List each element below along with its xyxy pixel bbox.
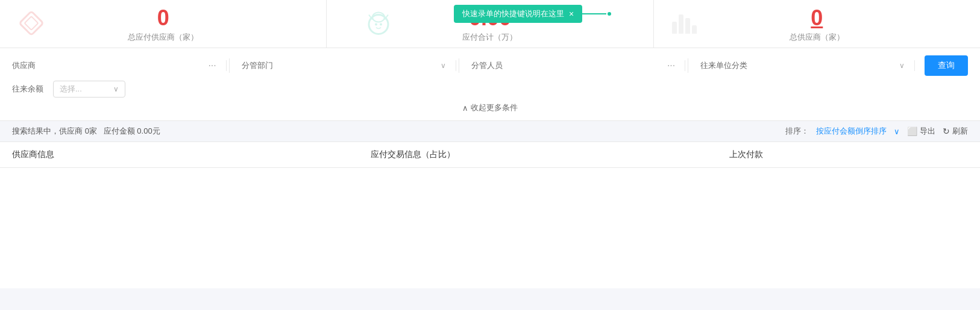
cat-icon: [363, 7, 394, 39]
supplier-filter-input[interactable]: [40, 61, 206, 70]
collapse-row: ∧ 收起更多条件: [12, 100, 968, 116]
col-header-last-payment: 上次付款: [729, 149, 969, 160]
export-label: 导出: [920, 126, 935, 137]
result-bar-right: 排序： 按应付会额倒序排序 ∨ ⬜ 导出 ↻ 刷新: [785, 126, 968, 137]
total-suppliers-number: 0: [811, 5, 823, 31]
svg-rect-1: [25, 16, 39, 30]
filter-supplier: 供应商 ···: [12, 60, 227, 71]
export-button[interactable]: ⬜ 导出: [907, 126, 935, 137]
result-summary: 搜索结果中，供应商 0家 应付金额 0.00元: [12, 126, 160, 137]
result-bar: 搜索结果中，供应商 0家 应付金额 0.00元 排序： 按应付会额倒序排序 ∨ …: [0, 121, 980, 142]
filter-person: 分管人员 ···: [462, 60, 686, 71]
divider-2: [459, 58, 459, 73]
unit-category-input[interactable]: [752, 61, 897, 70]
tooltip-close-button[interactable]: ×: [569, 10, 574, 18]
filter-row-2: 往来余额 选择... ∨: [12, 81, 968, 98]
result-prefix: 搜索结果中，供应商: [12, 126, 83, 135]
transaction-header-label: 应付交易信息（占比）: [371, 149, 455, 159]
filter-area: 供应商 ··· 分管部门 ∨ 分管人员 ··· 往来单位分类 ∨ 查询: [0, 48, 980, 121]
col-header-supplier-info: 供应商信息: [12, 149, 371, 160]
export-icon: ⬜: [907, 126, 917, 136]
divider-3: [688, 58, 688, 73]
stat-total-suppliers: 0 总供应商（家）: [654, 0, 980, 48]
unit-category-label: 往来单位分类: [700, 60, 747, 71]
person-filter-input[interactable]: [507, 61, 665, 70]
sort-label: 排序：: [785, 126, 809, 137]
collapse-label: 收起更多条件: [471, 102, 518, 113]
sort-value[interactable]: 按应付会额倒序排序: [816, 126, 887, 137]
last-payment-header-label: 上次付款: [729, 149, 763, 159]
person-filter-label: 分管人员: [471, 60, 503, 71]
balance-filter-label: 往来余额: [12, 84, 43, 95]
table-body: [0, 168, 980, 288]
svg-point-7: [380, 23, 382, 25]
balance-select-placeholder: 选择...: [60, 84, 82, 95]
dept-filter-input[interactable]: [278, 61, 438, 70]
dept-filter-label: 分管部门: [242, 60, 273, 71]
filter-dept: 分管部门 ∨: [232, 60, 456, 71]
refresh-icon: ↻: [943, 126, 950, 136]
query-button[interactable]: 查询: [925, 55, 968, 76]
filter-balance: 往来余额 选择... ∨: [12, 81, 125, 98]
divider-1: [229, 58, 230, 73]
result-amount-value: 0.00元: [137, 126, 160, 135]
dept-filter-arrow[interactable]: ∨: [441, 61, 446, 70]
svg-rect-0: [19, 11, 43, 35]
result-amount-label: 应付金额: [104, 126, 135, 135]
refresh-label: 刷新: [952, 126, 968, 137]
svg-point-6: [375, 23, 377, 25]
payable-total-label: 应付合计（万）: [462, 32, 517, 43]
svg-point-3: [372, 12, 385, 22]
supplier-filter-label: 供应商: [12, 60, 36, 71]
filter-row-1: 供应商 ··· 分管部门 ∨ 分管人员 ··· 往来单位分类 ∨ 查询: [12, 55, 968, 76]
refresh-button[interactable]: ↻ 刷新: [943, 126, 968, 137]
balance-filter-select[interactable]: 选择... ∨: [53, 81, 125, 98]
payable-suppliers-number: 0: [157, 5, 169, 31]
collapse-button[interactable]: ∧ 收起更多条件: [462, 100, 518, 116]
person-filter-dots[interactable]: ···: [667, 60, 675, 71]
stat-payable-total: 快速录单的快捷键说明在这里 × 0.00 应付合计（万）: [327, 0, 653, 48]
col-header-transaction: 应付交易信息（占比）: [371, 149, 729, 160]
stats-bar: 0 总应付供应商（家） 快速录单的快捷键说明在这里 × 0.00 应付合计（万）: [0, 0, 980, 48]
shortcut-tooltip: 快速录单的快捷键说明在这里 ×: [454, 5, 582, 23]
filter-unit-category: 往来单位分类 ∨: [691, 60, 915, 71]
bar-chart-icon: [672, 22, 677, 34]
supplier-info-header-label: 供应商信息: [12, 149, 54, 159]
diamond-logo-icon: [18, 10, 45, 36]
total-suppliers-label: 总供应商（家）: [790, 32, 844, 43]
stat-total-payable-suppliers: 0 总应付供应商（家）: [0, 0, 327, 48]
result-supplier-count: 0家: [85, 126, 97, 135]
sort-arrow[interactable]: ∨: [894, 127, 900, 136]
balance-select-arrow: ∨: [113, 85, 119, 93]
collapse-icon: ∧: [462, 104, 468, 113]
unit-category-arrow[interactable]: ∨: [899, 61, 905, 70]
payable-suppliers-label: 总应付供应商（家）: [128, 32, 198, 43]
supplier-filter-dots[interactable]: ···: [208, 60, 216, 71]
tooltip-dot: [606, 11, 612, 17]
table-header: 供应商信息 应付交易信息（占比） 上次付款: [0, 142, 980, 168]
tooltip-text: 快速录单的快捷键说明在这里: [462, 8, 564, 19]
